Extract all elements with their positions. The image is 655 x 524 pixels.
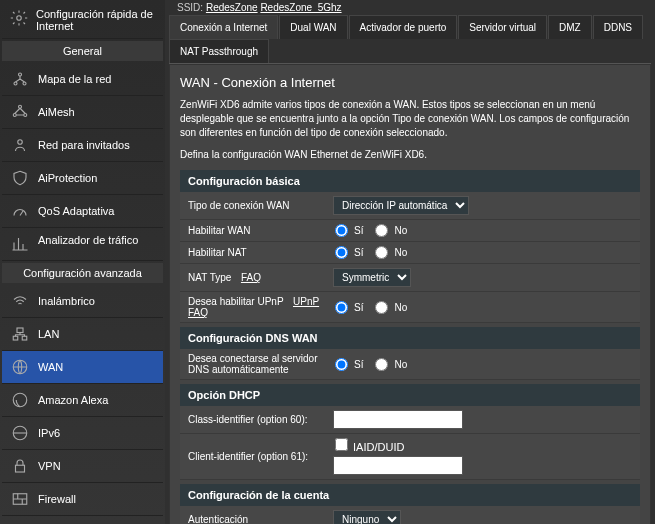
gauge-icon (10, 201, 30, 221)
radio-label-yes: Sí (354, 359, 363, 370)
ssid-bar: SSID: RedesZone RedesZone_5Ghz (169, 0, 651, 15)
tab-nat-passthrough[interactable]: NAT Passthrough (169, 39, 269, 63)
sidebar-wan[interactable]: WAN (2, 351, 163, 384)
radio-enable-nat-yes[interactable] (335, 246, 348, 259)
svg-point-0 (17, 16, 22, 21)
radio-label-yes: Sí (354, 247, 363, 258)
section-basic: Configuración básica (180, 170, 640, 192)
lock-icon (10, 456, 30, 476)
svg-rect-14 (16, 465, 25, 472)
radio-enable-wan-yes[interactable] (335, 224, 348, 237)
ipv6-icon (10, 423, 30, 443)
gear-icon (10, 8, 28, 28)
label-client-id: Client-identifier (option 61): (188, 451, 333, 462)
sidebar-guest-network[interactable]: Red para invitados (2, 129, 163, 162)
label-enable-wan: Habilitar WAN (188, 225, 333, 236)
svg-point-7 (18, 140, 23, 145)
radio-label-no: No (394, 359, 407, 370)
ssid-label: SSID: (177, 2, 203, 13)
label: LAN (38, 328, 59, 340)
content: WAN - Conexión a Internet ZenWiFi XD6 ad… (169, 64, 651, 524)
label: AiProtection (38, 172, 97, 184)
svg-point-1 (19, 73, 22, 76)
svg-point-5 (13, 114, 16, 117)
svg-point-6 (24, 114, 27, 117)
label: Inalámbrico (38, 295, 95, 307)
label: VPN (38, 460, 61, 472)
checkbox-iaid[interactable] (335, 438, 348, 451)
label-nat-type: NAT Type (188, 272, 231, 283)
page-desc-2: Defina la configuración WAN Ethernet de … (180, 148, 640, 162)
sidebar: Configuración rápida de Internet General… (0, 0, 165, 524)
label-upnp: Desea habilitar UPnP (188, 296, 283, 307)
label: AiMesh (38, 106, 75, 118)
radio-enable-nat-no[interactable] (375, 246, 388, 259)
label-dns-auto: Desea conectarse al servidor DNS automát… (188, 353, 333, 375)
input-class-id[interactable] (333, 410, 463, 429)
label: Red para invitados (38, 139, 130, 151)
label: Configuración rápida de Internet (36, 8, 155, 32)
tab-internet-connection[interactable]: Conexión a Internet (169, 15, 278, 39)
ssid-link-1[interactable]: RedesZone (206, 2, 258, 13)
tab-ddns[interactable]: DDNS (593, 15, 643, 39)
label: Analizador de tráfico (38, 234, 138, 246)
ssid-link-2[interactable]: RedesZone_5Ghz (260, 2, 341, 13)
sidebar-admin[interactable]: Administración (2, 516, 163, 524)
wifi-icon (10, 291, 30, 311)
sidebar-wireless[interactable]: Inalámbrico (2, 285, 163, 318)
label-iaid: IAID/DUID (353, 441, 404, 453)
map-icon (10, 69, 30, 89)
radio-label-yes: Sí (354, 225, 363, 236)
tabs: Conexión a Internet Dual WAN Activador d… (169, 15, 651, 64)
sidebar-lan[interactable]: LAN (2, 318, 163, 351)
link-faq[interactable]: FAQ (241, 272, 261, 283)
select-wan-type[interactable]: Dirección IP automática (333, 196, 469, 215)
general-header: General (2, 41, 163, 61)
input-client-id[interactable] (333, 456, 463, 475)
tab-virtual-server[interactable]: Servidor virtual (458, 15, 547, 39)
radio-label-no: No (394, 247, 407, 258)
section-account: Configuración de la cuenta (180, 484, 640, 506)
radio-label-no: No (394, 225, 407, 236)
sidebar-aiprotection[interactable]: AiProtection (2, 162, 163, 195)
alexa-icon (10, 390, 30, 410)
sidebar-alexa[interactable]: Amazon Alexa (2, 384, 163, 417)
svg-point-12 (13, 393, 27, 407)
sidebar-firewall[interactable]: Firewall (2, 483, 163, 516)
sidebar-traffic-analyzer[interactable]: Analizador de tráfico (2, 228, 163, 261)
svg-point-3 (23, 82, 26, 85)
label-auth: Autenticación (188, 514, 333, 524)
radio-label-no: No (394, 302, 407, 313)
select-auth[interactable]: Ninguno (333, 510, 401, 524)
svg-point-2 (14, 82, 17, 85)
label: WAN (38, 361, 63, 373)
label-class-id: Class-identifier (option 60): (188, 414, 333, 425)
section-dhcp: Opción DHCP (180, 384, 640, 406)
sidebar-aimesh[interactable]: AiMesh (2, 96, 163, 129)
radio-dns-yes[interactable] (335, 358, 348, 371)
label: IPv6 (38, 427, 60, 439)
radio-upnp-yes[interactable] (335, 301, 348, 314)
label-enable-nat: Habilitar NAT (188, 247, 333, 258)
sidebar-quick-setup[interactable]: Configuración rápida de Internet (2, 2, 163, 39)
lan-icon (10, 324, 30, 344)
main-panel: SSID: RedesZone RedesZone_5Ghz Conexión … (165, 0, 655, 524)
page-title: WAN - Conexión a Internet (180, 75, 640, 90)
label-wan-type: Tipo de conexión WAN (188, 200, 333, 211)
radio-enable-wan-no[interactable] (375, 224, 388, 237)
radio-dns-no[interactable] (375, 358, 388, 371)
radio-upnp-no[interactable] (375, 301, 388, 314)
tab-port-trigger[interactable]: Activador de puerto (349, 15, 458, 39)
sidebar-network-map[interactable]: Mapa de la red (2, 63, 163, 96)
tab-dmz[interactable]: DMZ (548, 15, 592, 39)
sidebar-vpn[interactable]: VPN (2, 450, 163, 483)
select-nat-type[interactable]: Symmetric (333, 268, 411, 287)
tab-dual-wan[interactable]: Dual WAN (279, 15, 347, 39)
section-dns: Configuración DNS WAN (180, 327, 640, 349)
sidebar-ipv6[interactable]: IPv6 (2, 417, 163, 450)
svg-rect-8 (17, 328, 23, 333)
label: QoS Adaptativa (38, 205, 114, 217)
label: Amazon Alexa (38, 394, 108, 406)
chart-icon (10, 234, 30, 254)
sidebar-qos[interactable]: QoS Adaptativa (2, 195, 163, 228)
